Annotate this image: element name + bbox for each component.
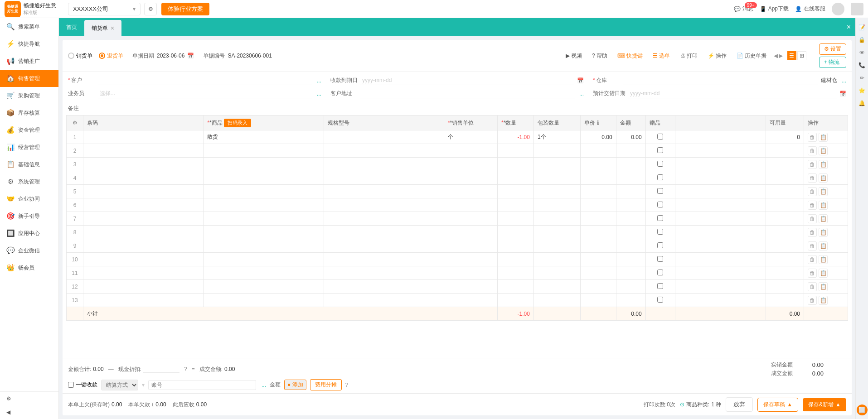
column-settings-icon[interactable]: ⚙ <box>70 118 79 127</box>
remark-input[interactable] <box>98 104 846 113</box>
warehouse-dots[interactable]: ... <box>842 77 846 84</box>
sidebar-item-inventory[interactable]: 📦 库存核算 <box>0 104 58 121</box>
rs-eye-icon[interactable]: 👁 <box>857 47 868 58</box>
payment-checkbox[interactable] <box>68 382 74 388</box>
tab-sales-order[interactable]: 销货单 × <box>84 20 121 36</box>
sidebar-item-operations[interactable]: 📊 经营管理 <box>0 139 58 156</box>
scan-button[interactable]: 扫码录入 <box>224 119 251 127</box>
tab-close-icon[interactable]: × <box>111 24 114 32</box>
delete-row-icon[interactable]: 🗑 <box>808 296 817 305</box>
row-spec[interactable] <box>324 130 444 144</box>
account-dots[interactable]: ... <box>262 382 266 388</box>
delete-row-icon[interactable]: 🗑 <box>808 173 817 183</box>
one-click-payment[interactable]: 一键收款 <box>68 381 97 389</box>
next-icon[interactable]: ▶ <box>779 53 783 59</box>
rs-star-icon[interactable]: ⭐ <box>857 85 868 96</box>
rs-orange-button[interactable]: ⬜ <box>857 405 868 415</box>
expense-split-button[interactable]: 费用分摊 <box>310 379 342 390</box>
copy-row-icon[interactable]: 📋 <box>819 201 828 210</box>
print-button[interactable]: 🖨 打印 <box>677 51 700 61</box>
calc-method-select[interactable]: 结算方式 <box>101 380 138 390</box>
account-input[interactable] <box>148 380 256 390</box>
online-service-button[interactable]: 👤 在线客服 <box>795 5 825 13</box>
copy-row-icon[interactable]: 📋 <box>819 187 828 196</box>
sidebar-item-sales[interactable]: 🏠 销售管理 <box>0 70 58 87</box>
copy-row-icon[interactable]: 📋 <box>819 133 828 142</box>
user-menu[interactable] <box>851 3 863 15</box>
logistics-button[interactable]: + 物流 <box>819 57 846 68</box>
customer-input[interactable] <box>98 76 312 85</box>
prev-icon[interactable]: ◀ <box>774 53 778 59</box>
sidebar-item-basic[interactable]: 📋 基础信息 <box>0 156 58 173</box>
copy-row-icon[interactable]: 📋 <box>819 160 828 169</box>
radio-return-order[interactable]: 退货单 <box>99 52 123 60</box>
shortcut-button[interactable]: ⌨ 快捷键 <box>615 51 645 61</box>
grid-view-icon[interactable]: ⊞ <box>797 51 806 60</box>
sidebar-item-wechat[interactable]: 💬 企业微信 <box>0 242 58 259</box>
salesperson-input[interactable] <box>98 89 312 98</box>
close-all-tabs-icon[interactable]: × <box>847 23 851 31</box>
list-view-icon[interactable]: ☰ <box>787 51 796 60</box>
copy-row-icon[interactable]: 📋 <box>819 296 828 305</box>
rs-lock-icon[interactable]: 🔒 <box>857 34 868 45</box>
delete-row-icon[interactable]: 🗑 <box>808 214 817 223</box>
sidebar-item-marketing[interactable]: 📢 营销推广 <box>0 53 58 70</box>
delivery-calendar-icon[interactable]: 📅 <box>839 91 846 97</box>
sidebar-item-guide[interactable]: 🎯 新手引导 <box>0 207 58 225</box>
row-quantity[interactable]: -1.00 <box>497 130 533 144</box>
abandon-button[interactable]: 放弃 <box>726 397 753 412</box>
trial-button[interactable]: 体验行业方案 <box>161 3 209 15</box>
delete-row-icon[interactable]: 🗑 <box>808 228 817 237</box>
video-button[interactable]: ▶ 视频 <box>563 51 585 61</box>
row-barcode[interactable] <box>83 130 204 144</box>
delete-row-icon[interactable]: 🗑 <box>808 255 817 264</box>
sidebar-item-system[interactable]: ⚙ 系统管理 <box>0 173 58 190</box>
save-draft-button[interactable]: 保存草稿 ▲ <box>757 398 798 412</box>
delete-row-icon[interactable]: 🗑 <box>808 282 817 291</box>
delete-row-icon[interactable]: 🗑 <box>808 133 817 142</box>
payment-calendar-icon[interactable]: 📅 <box>577 77 584 84</box>
customer-dots[interactable]: ... <box>317 77 321 84</box>
select-button[interactable]: ☰ 选单 <box>650 51 673 61</box>
sidebar-collapse[interactable]: ◀ <box>0 405 58 419</box>
avatar[interactable] <box>832 3 844 15</box>
sidebar-settings[interactable]: ⚙ <box>0 392 58 405</box>
calendar-icon[interactable]: 📅 <box>187 53 194 59</box>
add-payment-button[interactable]: ● 添加 <box>284 380 306 390</box>
delivery-input[interactable] <box>628 89 837 98</box>
row-gift[interactable] <box>645 130 675 144</box>
copy-row-icon[interactable]: 📋 <box>819 173 828 183</box>
delete-row-icon[interactable]: 🗑 <box>808 187 817 196</box>
copy-row-icon[interactable]: 📋 <box>819 282 828 291</box>
settings-button[interactable]: ⚙ 设置 <box>819 43 846 55</box>
message-button[interactable]: 💬 消息 99+ <box>734 5 753 13</box>
company-selector[interactable]: XXXXXX公司 ▾ <box>68 3 141 15</box>
customer-addr-dots[interactable]: ... <box>579 91 584 97</box>
copy-row-icon[interactable]: 📋 <box>819 146 828 155</box>
sidebar-item-purchase[interactable]: 🛒 采购管理 <box>0 87 58 104</box>
sidebar-item-member[interactable]: 👑 畅会员 <box>0 259 58 276</box>
help-button[interactable]: ? 帮助 <box>589 51 610 61</box>
rs-edit-icon[interactable]: ✏ <box>857 72 868 83</box>
save-new-button[interactable]: 保存&新增 ▲ <box>803 398 846 411</box>
discount-input[interactable] <box>143 366 179 373</box>
customer-addr-input[interactable] <box>360 89 575 98</box>
warehouse-input[interactable] <box>623 76 818 85</box>
history-button[interactable]: 📄 历史单据 <box>734 51 769 61</box>
actions-button[interactable]: ⚡ 操作 <box>705 51 729 61</box>
product-kind-radio[interactable]: ⊙ <box>680 401 684 408</box>
copy-row-icon[interactable]: 📋 <box>819 228 828 237</box>
rs-bell-icon[interactable]: 🔔 <box>857 98 868 109</box>
delete-row-icon[interactable]: 🗑 <box>808 146 817 155</box>
copy-row-icon[interactable]: 📋 <box>819 214 828 223</box>
rs-phone-icon[interactable]: 📞 <box>857 60 868 71</box>
delete-row-icon[interactable]: 🗑 <box>808 241 817 250</box>
sidebar-item-appstore[interactable]: 🔲 应用中心 <box>0 225 58 242</box>
delete-row-icon[interactable]: 🗑 <box>808 269 817 278</box>
rs-notes-icon[interactable]: 📝 <box>857 22 868 33</box>
delete-row-icon[interactable]: 🗑 <box>808 160 817 169</box>
radio-sales-order[interactable]: 销货单 <box>68 52 92 60</box>
salesperson-dots[interactable]: ... <box>317 91 321 97</box>
settings-icon[interactable]: ⚙ <box>144 3 157 15</box>
delete-row-icon[interactable]: 🗑 <box>808 201 817 210</box>
